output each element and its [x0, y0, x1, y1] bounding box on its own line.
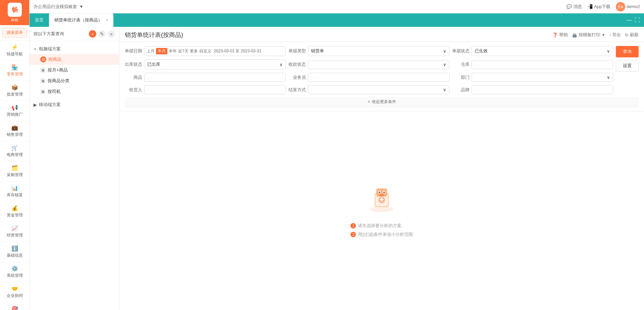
date-range-text: 2023-03-01 至 2023-03-31 [214, 48, 261, 54]
pc-scheme-section: ▼ 电脑端方案 按 按商品 ⊞ 按月+商品 ⊞ 按商品分类 ⊞ 按司机 [30, 41, 119, 100]
svg-point-0 [370, 207, 393, 212]
expand-arrow-icon: ▼ [34, 47, 37, 51]
tip-2-text: 用[过滤]条件来缩小分析范围 [358, 230, 413, 239]
tab-home[interactable]: 首页 [30, 13, 49, 27]
product-label: 商品 [125, 74, 142, 81]
content-area: 按以下方案查询 + ✎ « ▼ 电脑端方案 按 按商品 ⊞ 按月+ [30, 27, 644, 310]
sidebar-item-system[interactable]: ⚙️ 系统管理 [0, 262, 29, 282]
sidebar-item-inventory[interactable]: 📊 库存核算 [0, 182, 29, 202]
current-month-tab[interactable]: 本月 [156, 48, 167, 54]
export-icon: ↑ [609, 33, 612, 38]
tree-item-by-month-product[interactable]: ⊞ 按月+商品 [30, 65, 119, 75]
tab-active[interactable]: 销货单统计表（按商品） × [49, 13, 113, 27]
sidebar-item-wholesale[interactable]: 📦 批发管理 [0, 81, 29, 101]
tab-close-icon[interactable]: × [106, 18, 108, 22]
receipt-status-label: 收款状态 [288, 61, 306, 67]
custom-tab[interactable]: 自定义 [199, 48, 211, 54]
current-year-tab[interactable]: 本年 [169, 48, 177, 54]
receipt-status-control: ∨ [308, 60, 449, 69]
settlement-select[interactable]: ∨ [308, 85, 449, 94]
receiver-label: 收货人 [125, 87, 142, 93]
sidebar-item-operation[interactable]: 📈 经营管理 [0, 222, 29, 242]
filter-department-item: 部门 ∨ [452, 73, 613, 82]
collapse-more-conditions[interactable]: ∧ 收起更多条件 [125, 97, 639, 107]
sidebar-item-cooperation[interactable]: 🤝 企业协同 [0, 282, 29, 302]
by-product-icon: 按 [40, 56, 46, 62]
tree-item-by-product[interactable]: 按 按商品 [30, 54, 119, 65]
filter-doc-type-item: 单据类型 销货单 ∨ [288, 46, 449, 56]
last-month-tab[interactable]: 上月 [147, 48, 155, 54]
date-picker[interactable]: 上月 本月 本年 近7天 更多 自定义 2023-03-01 至 2023-03… [144, 46, 286, 56]
minimize-icon[interactable]: — [627, 17, 632, 23]
refresh-button[interactable]: ↻ 刷新 [625, 32, 639, 38]
warehouse-control: ··· [472, 60, 613, 69]
filter-content: 单据日期 上月 本月 本年 近7天 更多 自定义 [125, 46, 613, 94]
svg-point-9 [379, 192, 380, 193]
salesperson-input[interactable]: ··· [308, 73, 449, 82]
breadcrumb-arrow: ▼ [79, 4, 84, 9]
sidebar-item-purchase[interactable]: 🗂️ 采购管理 [0, 161, 29, 182]
warehouse-input[interactable]: ··· [472, 60, 613, 69]
collapse-panel-button[interactable]: « [108, 30, 115, 38]
refresh-icon: ↻ [625, 33, 629, 38]
tree-item-by-category[interactable]: ⊞ 按商品分类 [30, 75, 119, 86]
sidebar-item-quick-nav[interactable]: ⚡ 快捷导航 [0, 41, 29, 61]
sidebar-item-guide[interactable]: 🎯 新手引导 [0, 302, 29, 310]
sidebar-item-sales[interactable]: 💼 销售管理 [0, 121, 29, 141]
last-7days-tab[interactable]: 近7天 [178, 48, 189, 54]
doc-type-label: 单据类型 [288, 48, 306, 54]
pc-section-title[interactable]: ▼ 电脑端方案 [30, 44, 119, 54]
brand-input[interactable]: ··· [472, 85, 613, 94]
left-panel-actions: + ✎ « [89, 30, 115, 38]
filter-row-4: 收货人 ··· 结算方式 [125, 85, 613, 94]
warehouse-label: 仓库 [452, 61, 470, 67]
product-input[interactable]: ··· [144, 73, 286, 82]
doc-type-control: 销货单 ∨ [308, 46, 449, 56]
sidebar-item-retail[interactable]: 🏪 零售管理 [0, 61, 29, 81]
message-action[interactable]: 💬 消息 [567, 4, 582, 10]
date-label: 单据日期 [125, 48, 142, 54]
more-tab[interactable]: 更多 [190, 48, 198, 54]
date-control: 上月 本月 本年 近7天 更多 自定义 2023-03-01 至 2023-03… [144, 46, 286, 56]
mobile-section-title[interactable]: ▶ 移动端方案 [30, 100, 119, 110]
receipt-status-select[interactable]: ∨ [308, 60, 449, 69]
stock-status-select[interactable]: 已出库 ∨ [144, 59, 286, 69]
by-cashier-icon: ⊞ [40, 89, 46, 94]
export-button[interactable]: ↑ 导出 [609, 32, 621, 38]
main-content: 办公用品行业模拟账套 ▼ 💬 消息 📲 App下载 Ea demo2 首页 销货… [30, 0, 644, 310]
empty-tips: 1 请先选择要分析的方案 2 用[过滤]条件来缩小分析范围 [351, 221, 413, 239]
user-profile[interactable]: Ea demo2 [616, 2, 640, 11]
doc-type-select[interactable]: 销货单 ∨ [308, 46, 449, 56]
doc-status-select[interactable]: 已生效 ∨ [472, 46, 613, 56]
maximize-icon[interactable]: ⛶ [635, 17, 640, 23]
tip-2-num: 2 [351, 232, 356, 237]
query-button[interactable]: 查询 [616, 46, 639, 57]
help-icon: ❓ [552, 33, 558, 38]
by-month-product-icon: ⊞ [40, 67, 46, 73]
receiver-input[interactable]: ··· [144, 85, 286, 94]
breadcrumb-text: 办公用品行业模拟账套 [34, 4, 77, 10]
filter-row-2: 出库状态 已出库 ∨ 收款状态 [125, 59, 613, 69]
sidebar-item-ecommerce[interactable]: 🛒 电商管理 [0, 141, 29, 161]
help-button[interactable]: ❓ 帮助 [552, 32, 568, 38]
app-download-action[interactable]: 📲 App下载 [587, 4, 610, 10]
message-icon: 💬 [567, 4, 572, 9]
edit-scheme-button[interactable]: ✎ [98, 30, 106, 38]
filter-product-item: 商品 ··· [125, 73, 286, 82]
settings-button[interactable]: 设置 [616, 60, 639, 71]
sidebar-item-marketing[interactable]: 📢 营销推广 [0, 101, 29, 121]
print-button[interactable]: 🖨️ 按模板打印 ▼ [572, 32, 605, 38]
sidebar-item-basic[interactable]: ℹ️ 基础信息 [0, 242, 29, 262]
filter-receiver-item: 收货人 ··· [125, 85, 286, 94]
sidebar-item-finance[interactable]: 💰 资金管理 [0, 202, 29, 222]
search-menu-button[interactable]: 搜索菜单 [2, 28, 27, 38]
print-arrow-icon: ▼ [602, 33, 605, 37]
department-select[interactable]: ∨ [472, 73, 613, 82]
receipt-status-arrow-icon: ∨ [443, 62, 446, 67]
download-icon: 📲 [587, 4, 593, 9]
brand-control: ··· [472, 85, 613, 94]
add-scheme-button[interactable]: + [89, 30, 96, 38]
doc-status-label: 单据状态 [452, 48, 470, 54]
by-category-icon: ⊞ [40, 78, 46, 84]
tree-item-by-cashier[interactable]: ⊞ 按司机 [30, 86, 119, 97]
